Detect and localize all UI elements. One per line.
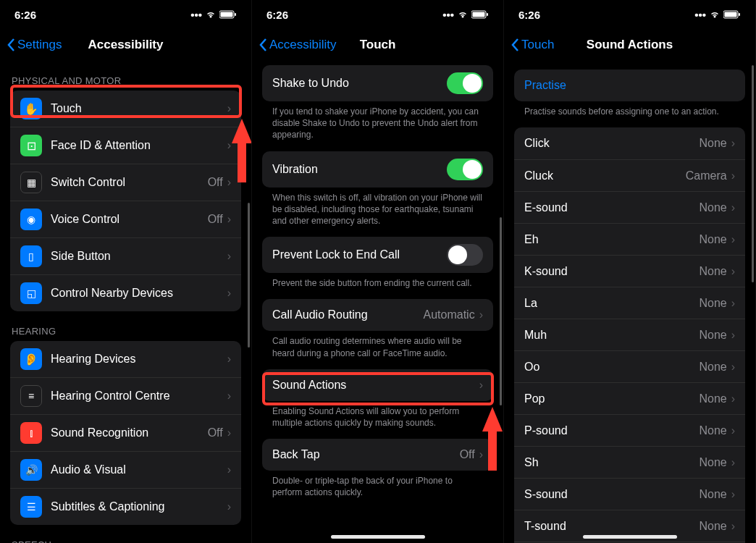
back-button[interactable]: Settings [7, 38, 62, 52]
chevron-left-icon [511, 38, 520, 52]
row-call-routing[interactable]: Call Audio Routing Automatic › [262, 299, 493, 331]
row-control-nearby[interactable]: ◱ Control Nearby Devices › [10, 274, 241, 311]
nav-title: Touch [360, 38, 396, 52]
row-label: Shake to Undo [272, 77, 447, 90]
row-sound-k-sound[interactable]: K-soundNone› [514, 255, 745, 287]
chevron-right-icon: › [731, 329, 735, 342]
row-sound-click[interactable]: ClickNone› [514, 127, 745, 159]
row-value: None [699, 361, 726, 374]
chevron-right-icon: › [227, 500, 231, 513]
group-prevent-lock: Prevent Lock to End Call [262, 237, 493, 273]
status-time: 6:26 [14, 9, 36, 21]
toggle-shake-undo[interactable] [447, 72, 483, 94]
svg-rect-5 [487, 13, 488, 16]
chevron-right-icon: › [731, 392, 735, 405]
row-back-tap[interactable]: Back Tap Off › [262, 439, 493, 471]
back-button[interactable]: Accessibility [259, 38, 337, 52]
battery-icon [723, 10, 741, 19]
row-label: Cluck [524, 169, 686, 182]
row-sound-recognition[interactable]: ⫿ Sound Recognition Off › [10, 414, 241, 451]
chevron-right-icon: › [731, 265, 735, 278]
group-sound-actions: Sound Actions › [262, 369, 493, 401]
row-value: Off [208, 176, 223, 189]
row-sound-muh[interactable]: MuhNone› [514, 319, 745, 350]
row-voice-control[interactable]: ◉ Voice Control Off › [10, 201, 241, 237]
row-prevent-lock[interactable]: Prevent Lock to End Call [262, 237, 493, 273]
row-label: Touch [51, 102, 227, 115]
home-indicator[interactable] [583, 535, 677, 539]
chevron-right-icon: › [731, 201, 735, 214]
status-bar: 6:26 ••• [252, 0, 503, 29]
row-label: E-sound [524, 201, 699, 214]
group-physical: ✋ Touch › ⊡ Face ID & Attention › ▦ Swit… [10, 90, 241, 311]
chevron-right-icon: › [227, 139, 231, 152]
row-sound-la[interactable]: LaNone› [514, 287, 745, 319]
chevron-right-icon: › [479, 379, 483, 392]
row-hearing-devices[interactable]: 👂 Hearing Devices › [10, 341, 241, 377]
scroll-indicator [248, 203, 250, 348]
row-hearing-cc[interactable]: ≡ Hearing Control Centre › [10, 377, 241, 414]
chevron-right-icon: › [227, 287, 231, 300]
row-vibration[interactable]: Vibration [262, 151, 493, 188]
chevron-right-icon: › [731, 233, 735, 246]
chevron-right-icon: › [731, 169, 735, 182]
hearing-icon: 👂 [20, 348, 42, 370]
row-label: Switch Control [51, 176, 208, 189]
home-indicator[interactable] [331, 535, 425, 539]
touch-icon: ✋ [20, 98, 42, 119]
row-sound-pop[interactable]: PopNone› [514, 382, 745, 414]
row-switch-control[interactable]: ▦ Switch Control Off › [10, 164, 241, 201]
footer-prevent-lock: Prevent the side button from ending the … [252, 273, 503, 299]
chevron-right-icon: › [731, 137, 735, 150]
arrow-annotation [482, 407, 503, 432]
row-sound-s-sound[interactable]: S-soundNone› [514, 478, 745, 510]
row-value: None [699, 201, 726, 214]
row-sound-actions[interactable]: Sound Actions › [262, 369, 493, 401]
row-sound-p-sound[interactable]: P-soundNone› [514, 414, 745, 446]
row-label: Subtitles & Captioning [51, 500, 227, 513]
row-label: T-sound [524, 520, 699, 533]
row-value: None [699, 520, 726, 533]
row-label: Sh [524, 456, 699, 469]
row-shake-undo[interactable]: Shake to Undo [262, 65, 493, 101]
chevron-right-icon: › [731, 488, 735, 501]
side-button-icon: ▯ [20, 245, 42, 267]
row-sound-oo[interactable]: OoNone› [514, 350, 745, 382]
battery-icon [471, 10, 489, 19]
chevron-right-icon: › [479, 448, 483, 461]
chevron-right-icon: › [227, 390, 231, 403]
footer-call-routing: Call audio routing determines where audi… [252, 331, 503, 369]
nav-bar: Touch Sound Actions [504, 29, 755, 61]
settings-scroll[interactable]: PHYSICAL AND MOTOR ✋ Touch › ⊡ Face ID &… [0, 61, 251, 543]
row-side-button[interactable]: ▯ Side Button › [10, 237, 241, 274]
row-value: Off [460, 448, 475, 461]
nearby-icon: ◱ [20, 282, 42, 304]
sound-actions-scroll[interactable]: Practise Practise sounds before assignin… [504, 61, 755, 543]
row-sound-e-sound[interactable]: E-soundNone› [514, 191, 745, 223]
row-subtitles[interactable]: ☰ Subtitles & Captioning › [10, 488, 241, 525]
row-label: Muh [524, 329, 699, 342]
row-sound-eh[interactable]: EhNone› [514, 223, 745, 255]
row-sound-cluck[interactable]: CluckCamera› [514, 159, 745, 191]
row-value: None [699, 137, 726, 150]
row-practise[interactable]: Practise [514, 70, 745, 101]
row-label: La [524, 297, 699, 310]
row-value: None [699, 392, 726, 405]
status-time: 6:26 [266, 9, 288, 21]
row-audio-visual[interactable]: 🔊 Audio & Visual › [10, 451, 241, 488]
footer-shake: If you tend to shake your iPhone by acci… [252, 101, 503, 151]
footer-back-tap: Double- or triple-tap the back of your i… [252, 471, 503, 508]
sound-recognition-icon: ⫿ [20, 422, 42, 444]
row-face-id[interactable]: ⊡ Face ID & Attention › [10, 127, 241, 164]
row-label: Face ID & Attention [51, 139, 227, 152]
back-label: Accessibility [269, 38, 337, 52]
row-label: Pop [524, 392, 699, 405]
back-button[interactable]: Touch [511, 38, 554, 52]
nav-title: Sound Actions [587, 38, 673, 52]
touch-scroll[interactable]: Shake to Undo If you tend to shake your … [252, 61, 503, 543]
toggle-prevent-lock[interactable] [447, 244, 483, 266]
toggle-vibration[interactable] [447, 159, 483, 180]
row-sound-sh[interactable]: ShNone› [514, 446, 745, 478]
row-touch[interactable]: ✋ Touch › [10, 90, 241, 127]
row-value: None [699, 297, 726, 310]
